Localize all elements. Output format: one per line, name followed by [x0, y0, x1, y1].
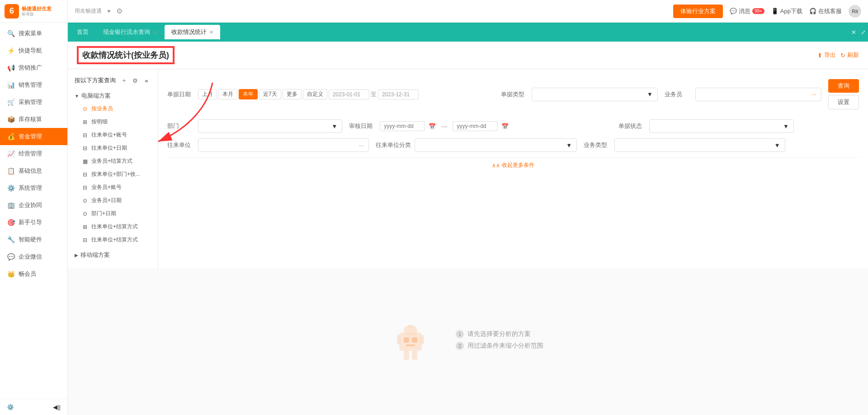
- export-button[interactable]: ⬆ 导出: [817, 51, 836, 59]
- collapse-sidebar-icon[interactable]: ◀||: [53, 404, 61, 410]
- scheme-group-desktop: ▼ 电脑端方案 ⊙ 按业务员 ⊞ 按明细 ⊟ 往来单位+账号: [68, 90, 158, 246]
- settings-icon[interactable]: ⚙️: [7, 404, 14, 410]
- audit-date-from-input[interactable]: [380, 121, 425, 131]
- refresh-button[interactable]: ↻ 刷新: [840, 51, 859, 59]
- sidebar-item-search[interactable]: 🔍 搜索菜单: [0, 25, 67, 42]
- scheme-item-by-unit-dept[interactable]: ⊟ 按来单位+部门+收...: [68, 168, 158, 181]
- scheme-sidebar: 按以下方案查询 ＋ ⚙ « ▼ 电脑端方案 ⊙ 按业务员: [68, 69, 158, 268]
- add-scheme-button[interactable]: ＋: [119, 76, 128, 85]
- collapse-scheme-button[interactable]: «: [142, 76, 151, 85]
- empty-step-1: 1 请先选择要分析的方案: [456, 330, 543, 338]
- collection-tab-close[interactable]: ✕: [209, 29, 213, 35]
- sidebar-item-finance[interactable]: 💰 资金管理: [0, 128, 67, 145]
- scheme-item-by-unit-payment1[interactable]: ⊞ 往来单位+结算方式: [68, 220, 158, 233]
- search-icon: 🔍: [7, 29, 15, 38]
- dropdown-arrow-icon[interactable]: ▼: [106, 8, 112, 14]
- page-content: 收款情况统计(按业务员) ⬆ 导出 ↻ 刷新 按以下方案查询: [68, 42, 868, 415]
- window-controls: ✕ ⤢: [851, 29, 866, 36]
- scheme-item-by-salesperson[interactable]: ⊙ 按业务员: [68, 102, 158, 115]
- sidebar-item-quick-nav[interactable]: ⚡ 快捷导航: [0, 42, 67, 59]
- biz-type-dropdown-arrow: ▼: [774, 142, 780, 149]
- dept-dropdown-arrow: ▼: [332, 123, 338, 130]
- sidebar-item-inventory[interactable]: 📦 库存核算: [0, 111, 67, 128]
- close-window-icon[interactable]: ✕: [851, 29, 856, 36]
- query-button[interactable]: 查询: [828, 79, 859, 93]
- date-to-input[interactable]: [378, 90, 419, 99]
- dept-dropdown[interactable]: ▼: [198, 119, 342, 133]
- scheme-settings-button[interactable]: ⚙: [131, 76, 140, 85]
- counterpart-dropdown[interactable]: ···: [198, 138, 369, 152]
- collapse-button[interactable]: ∧∧ 收起更多条件: [492, 161, 534, 169]
- sidebar-item-hardware[interactable]: 🔧 智能硬件: [0, 231, 67, 248]
- online-service-button[interactable]: 🎧 在线客服: [809, 7, 842, 15]
- scheme-item-by-detail[interactable]: ⊞ 按明细: [68, 115, 158, 128]
- audit-date-calendar-icon2[interactable]: 📅: [501, 123, 509, 130]
- scheme-item-by-salesperson-date[interactable]: ⊙ 业务员+日期: [68, 194, 158, 207]
- user-avatar[interactable]: Rit: [849, 5, 861, 18]
- inventory-icon: 📦: [7, 115, 15, 123]
- salesperson-label: 业务员: [665, 90, 692, 99]
- sidebar-item-wechat[interactable]: 💬 企业微信: [0, 248, 67, 265]
- dept-filter: 部门 ▼: [167, 119, 342, 133]
- biz-type-filter: 业务类型 ▼: [584, 138, 785, 152]
- sidebar-item-purchase[interactable]: 🛒 采购管理: [0, 94, 67, 111]
- circle-icon2: ⊙: [81, 197, 89, 204]
- scheme-item-by-salesperson-account[interactable]: ⊟ 业务员+账号: [68, 181, 158, 194]
- sidebar-item-base-info[interactable]: 📋 基础信息: [0, 162, 67, 179]
- doc-status-filter: 单据状态 ▼: [618, 119, 793, 133]
- scheme-item-by-salesperson-payment[interactable]: ▦ 业务员+结算方式: [68, 155, 158, 168]
- audit-date-to-input[interactable]: [453, 121, 498, 131]
- scheme-group-mobile-title[interactable]: ▶ 移动端方案: [68, 249, 158, 261]
- trial-button[interactable]: 体验行业方案: [673, 5, 723, 18]
- scheme-actions: ＋ ⚙ «: [119, 76, 151, 85]
- date-btn-custom[interactable]: 自定义: [303, 89, 327, 99]
- sidebar-item-sales[interactable]: 📊 销售管理: [0, 76, 67, 94]
- system-icon: ⚙️: [7, 184, 15, 192]
- bank-tab-close[interactable]: ✕: [153, 29, 157, 35]
- doc-type-dropdown[interactable]: ▼: [532, 88, 658, 101]
- app-download-button[interactable]: 📱 App下载: [771, 7, 802, 15]
- date-btn-this-month[interactable]: 本月: [218, 89, 237, 99]
- counterpart-type-dropdown[interactable]: ▼: [415, 138, 577, 152]
- doc-type-label: 单据类型: [501, 90, 528, 99]
- sidebar-item-system[interactable]: ⚙️ 系统管理: [0, 179, 67, 197]
- tab-bank[interactable]: 现金银行流水查询 ✕: [96, 25, 164, 39]
- svg-rect-10: [409, 325, 412, 329]
- counterpart-label: 往来单位: [167, 141, 194, 149]
- scheme-item-by-unit-date[interactable]: ⊟ 往来单位+日期: [68, 141, 158, 155]
- expand-window-icon[interactable]: ⤢: [861, 29, 866, 36]
- date-btn-more[interactable]: 更多: [283, 89, 302, 99]
- counterpart-more-icon[interactable]: ···: [359, 142, 364, 149]
- gear-settings-icon[interactable]: ⚙: [116, 7, 123, 15]
- audit-date-filter: 审核日期 📅 — 📅: [349, 121, 612, 131]
- scheme-group-desktop-title[interactable]: ▼ 电脑端方案: [68, 90, 158, 102]
- message-icon: 💬: [730, 8, 737, 14]
- sidebar-item-enterprise[interactable]: 🏢 企业协同: [0, 197, 67, 214]
- marketing-icon: 📢: [7, 64, 15, 72]
- scheme-item-by-dept-date[interactable]: ⊙ 部门+日期: [68, 207, 158, 220]
- tab-home[interactable]: 首页: [70, 25, 95, 39]
- sidebar-item-marketing[interactable]: 📢 营销推广: [0, 59, 67, 76]
- date-btn-7days[interactable]: 近7天: [259, 89, 281, 99]
- date-from-input[interactable]: [329, 90, 369, 99]
- message-badge: 99+: [752, 8, 764, 14]
- tab-bar: 首页 现金银行流水查询 ✕ 收款情况统计 ✕ ✕ ⤢: [68, 23, 868, 42]
- sidebar-item-operations[interactable]: 📈 经营管理: [0, 145, 67, 162]
- audit-date-calendar-icon1[interactable]: 📅: [429, 123, 436, 130]
- scheme-item-by-unit-payment2[interactable]: ⊟ 往来单位+结算方式: [68, 233, 158, 246]
- date-btn-last-month[interactable]: 上月: [198, 89, 217, 99]
- date-btn-this-year[interactable]: 本年: [239, 89, 258, 99]
- sidebar-item-member[interactable]: 👑 畅会员: [0, 265, 67, 283]
- empty-content: 1 请先选择要分析的方案 2 用过滤条件来缩小分析范围: [392, 319, 543, 364]
- more-options-icon[interactable]: ···: [811, 91, 816, 98]
- tab-collection[interactable]: 收款情况统计 ✕: [165, 25, 220, 39]
- date-label: 单据日期: [167, 90, 194, 99]
- doc-status-dropdown[interactable]: ▼: [649, 119, 793, 133]
- salesperson-dropdown[interactable]: ···: [695, 88, 821, 101]
- scheme-item-by-unit-account[interactable]: ⊟ 往来单位+账号: [68, 128, 158, 141]
- biz-type-dropdown[interactable]: ▼: [614, 138, 785, 152]
- message-button[interactable]: 💬 消息 99+: [730, 7, 764, 15]
- scheme-group-mobile: ▶ 移动端方案: [68, 249, 158, 261]
- sidebar-item-guide[interactable]: 🎯 新手引导: [0, 214, 67, 231]
- settings-button[interactable]: 设置: [828, 95, 859, 109]
